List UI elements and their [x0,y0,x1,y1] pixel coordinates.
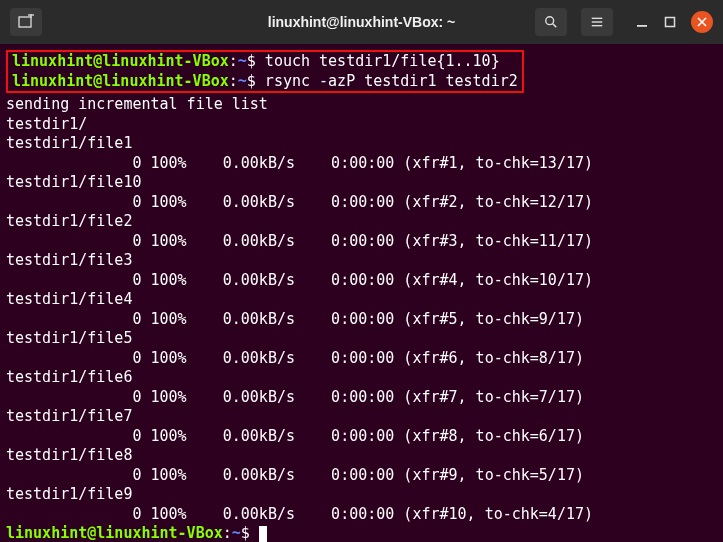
output-filename: testdir1/file9 [6,485,717,505]
cursor [259,526,267,542]
output-stats: 0 100% 0.00kB/s 0:00:00 (xfr#9, to-chk=5… [6,466,717,486]
file-output: testdir1/file1 0 100% 0.00kB/s 0:00:00 (… [6,134,717,524]
svg-rect-8 [637,25,647,27]
output-filename: testdir1/file8 [6,446,717,466]
titlebar-left [10,8,42,36]
output-filename: testdir1/file7 [6,407,717,427]
command-line-2: linuxhint@linuxhint-VBox:~$ rsync -azP t… [12,72,518,92]
window-controls [635,11,713,33]
output-stats: 0 100% 0.00kB/s 0:00:00 (xfr#4, to-chk=1… [6,271,717,291]
output-stats: 0 100% 0.00kB/s 0:00:00 (xfr#5, to-chk=9… [6,310,717,330]
command-text: touch testdir1/file{1..10} [256,52,500,70]
svg-rect-7 [592,25,603,26]
output-stats: 0 100% 0.00kB/s 0:00:00 (xfr#3, to-chk=1… [6,232,717,252]
command-highlight: linuxhint@linuxhint-VBox:~$ touch testdi… [6,50,524,93]
maximize-button[interactable] [663,15,677,29]
output-filename: testdir1/file3 [6,251,717,271]
prompt-colon: : [223,524,232,542]
output-stats: 0 100% 0.00kB/s 0:00:00 (xfr#7, to-chk=7… [6,388,717,408]
output-filename: testdir1/file6 [6,368,717,388]
prompt-user: linuxhint@linuxhint-VBox [6,524,223,542]
output-filename: testdir1/file1 [6,134,717,154]
prompt-path: ~ [238,72,247,90]
titlebar-right [535,8,713,36]
prompt-path: ~ [238,52,247,70]
svg-rect-9 [666,18,675,27]
output-filename: testdir1/file2 [6,212,717,232]
prompt-colon: : [229,52,238,70]
prompt-line: linuxhint@linuxhint-VBox:~$ [6,524,717,542]
prompt-colon: : [229,72,238,90]
output-filename: testdir1/file5 [6,329,717,349]
prompt-dollar: $ [241,524,250,542]
new-tab-button[interactable] [10,8,42,36]
output-stats: 0 100% 0.00kB/s 0:00:00 (xfr#1, to-chk=1… [6,154,717,174]
minimize-button[interactable] [635,15,649,29]
menu-button[interactable] [581,8,613,36]
search-button[interactable] [535,8,567,36]
output-filename: testdir1/file4 [6,290,717,310]
titlebar: linuxhint@linuxhint-VBox: ~ [0,0,723,44]
prompt-dollar: $ [247,52,256,70]
output-stats: 0 100% 0.00kB/s 0:00:00 (xfr#8, to-chk=6… [6,427,717,447]
window-title: linuxhint@linuxhint-VBox: ~ [268,14,455,30]
prompt-user: linuxhint@linuxhint-VBox [12,72,229,90]
prompt-dollar: $ [247,72,256,90]
terminal-area[interactable]: linuxhint@linuxhint-VBox:~$ touch testdi… [0,44,723,542]
svg-line-4 [553,24,557,28]
output-dir: testdir1/ [6,115,717,135]
prompt-path: ~ [232,524,241,542]
svg-rect-0 [19,17,31,27]
output-stats: 0 100% 0.00kB/s 0:00:00 (xfr#6, to-chk=8… [6,349,717,369]
svg-point-3 [546,17,554,25]
command-text: rsync -azP testdir1 testdir2 [256,72,518,90]
svg-rect-5 [592,18,603,19]
prompt-user: linuxhint@linuxhint-VBox [12,52,229,70]
output-filename: testdir1/file10 [6,173,717,193]
output-stats: 0 100% 0.00kB/s 0:00:00 (xfr#10, to-chk=… [6,505,717,525]
command-line-1: linuxhint@linuxhint-VBox:~$ touch testdi… [12,52,518,72]
svg-rect-6 [592,21,603,22]
close-button[interactable] [691,11,713,33]
output-header: sending incremental file list [6,95,717,115]
output-stats: 0 100% 0.00kB/s 0:00:00 (xfr#2, to-chk=1… [6,193,717,213]
